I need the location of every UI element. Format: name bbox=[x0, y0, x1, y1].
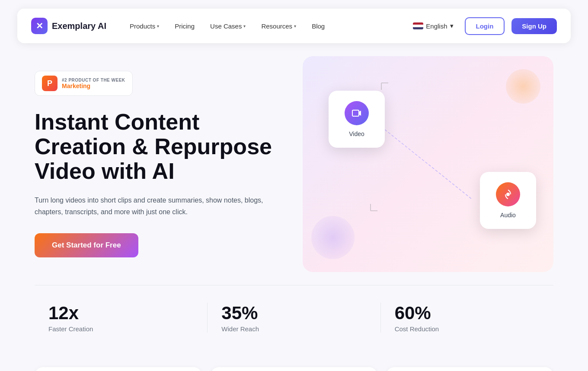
orb-decoration bbox=[311, 216, 355, 259]
video-label: Video bbox=[349, 130, 364, 137]
badge-category: Marketing bbox=[62, 82, 125, 89]
logo-text: Exemplary AI bbox=[52, 21, 106, 31]
video-icon bbox=[345, 101, 369, 125]
hero-content: P #2 PRODUCT OF THE WEEK Marketing Insta… bbox=[35, 71, 277, 257]
badge-rank: #2 PRODUCT OF THE WEEK bbox=[62, 78, 125, 82]
chevron-down-icon: ▾ bbox=[243, 24, 246, 29]
stat-number: 35% bbox=[221, 303, 366, 323]
badge-icon: P bbox=[42, 76, 58, 91]
logo[interactable]: ✕ Exemplary AI bbox=[31, 18, 106, 34]
svg-point-2 bbox=[506, 193, 510, 196]
stat-number: 12x bbox=[48, 303, 193, 323]
audio-label: Audio bbox=[500, 212, 516, 219]
video-card: Video bbox=[329, 91, 385, 148]
stats-section: 12x Faster Creation 35% Wider Reach 60% … bbox=[35, 285, 553, 350]
badge-text: #2 PRODUCT OF THE WEEK Marketing bbox=[62, 78, 125, 89]
hero-heading: Instant Content Creation & Repurpose Vid… bbox=[35, 110, 277, 184]
stat-label: Faster Creation bbox=[48, 325, 193, 333]
feature-cards-preview bbox=[35, 367, 553, 371]
corner-mark-icon bbox=[380, 82, 389, 91]
product-of-week-badge[interactable]: P #2 PRODUCT OF THE WEEK Marketing bbox=[35, 71, 133, 96]
stat-cost-reduction: 60% Cost Reduction bbox=[380, 303, 553, 333]
corner-mark-icon bbox=[370, 203, 378, 212]
nav-products[interactable]: Products ▾ bbox=[124, 19, 165, 33]
stat-faster-creation: 12x Faster Creation bbox=[35, 303, 207, 333]
flag-icon bbox=[413, 22, 423, 29]
nav-blog[interactable]: Blog bbox=[306, 19, 331, 33]
svg-rect-1 bbox=[352, 110, 359, 116]
nav-links: Products ▾ Pricing Use Cases ▾ Resources… bbox=[124, 19, 331, 33]
navbar: ✕ Exemplary AI Products ▾ Pricing Use Ca… bbox=[0, 9, 588, 43]
signup-button[interactable]: Sign Up bbox=[511, 18, 557, 34]
audio-icon bbox=[496, 182, 520, 206]
logo-icon: ✕ bbox=[31, 18, 48, 34]
cta-button[interactable]: Get Started for Free bbox=[35, 233, 138, 257]
stat-label: Wider Reach bbox=[221, 325, 366, 333]
chevron-down-icon: ▾ bbox=[157, 24, 159, 29]
svg-line-0 bbox=[385, 130, 471, 199]
orb-decoration bbox=[506, 69, 540, 104]
stat-label: Cost Reduction bbox=[395, 325, 540, 333]
nav-right: English ▾ Login Sign Up bbox=[409, 17, 557, 35]
chevron-down-icon: ▾ bbox=[294, 24, 296, 29]
nav-pricing[interactable]: Pricing bbox=[169, 19, 201, 33]
nav-resources[interactable]: Resources ▾ bbox=[255, 19, 302, 33]
language-selector[interactable]: English ▾ bbox=[409, 19, 457, 32]
login-button[interactable]: Login bbox=[465, 17, 505, 35]
preview-card-1 bbox=[35, 367, 202, 371]
audio-card: Audio bbox=[480, 172, 536, 229]
hero-visual: Video Audio bbox=[303, 56, 553, 272]
stat-number: 60% bbox=[395, 303, 540, 323]
preview-card-2 bbox=[211, 367, 378, 371]
preview-card-3 bbox=[386, 367, 553, 371]
hero-section: P #2 PRODUCT OF THE WEEK Marketing Insta… bbox=[35, 52, 553, 276]
connector-line bbox=[385, 130, 471, 199]
hero-description: Turn long videos into short clips and cr… bbox=[35, 194, 277, 218]
stat-wider-reach: 35% Wider Reach bbox=[207, 303, 380, 333]
nav-use-cases[interactable]: Use Cases ▾ bbox=[204, 19, 252, 33]
chevron-down-icon: ▾ bbox=[450, 22, 454, 30]
